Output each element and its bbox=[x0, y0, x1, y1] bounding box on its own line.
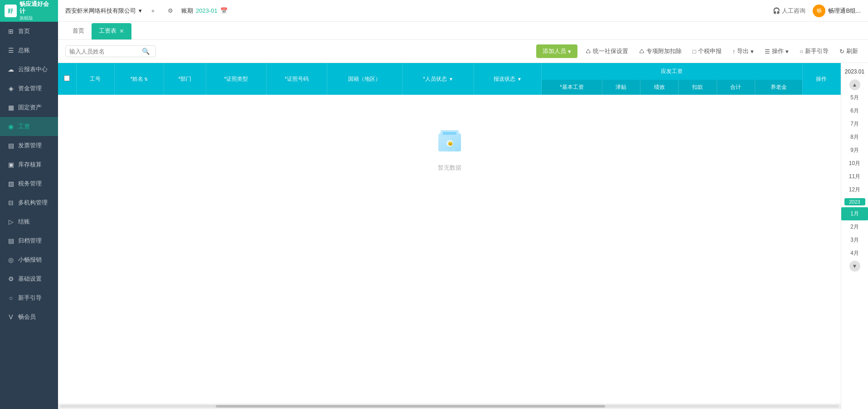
status-filter-icon[interactable]: ▼ bbox=[449, 77, 453, 82]
sidebar-item-guide[interactable]: ○ 新手引导 bbox=[0, 288, 58, 307]
export-label: 导出 bbox=[737, 47, 749, 55]
export-dropdown-icon: ▾ bbox=[751, 48, 754, 55]
sidebar-item-fund[interactable]: ◈ 资金管理 bbox=[0, 79, 58, 98]
personal-tax-action[interactable]: □ 个税申报 bbox=[690, 45, 724, 57]
month-8[interactable]: 8月 bbox=[841, 131, 868, 144]
guide-icon: ○ bbox=[7, 294, 15, 302]
empty-text: 暂无数据 bbox=[438, 164, 461, 172]
toolbar-right: 添加人员 ▾ ♺ 统一社保设置 ♺ 专项附加扣除 □ 个税申报 ↑ 导出 bbox=[536, 44, 861, 58]
period-label: 账期 bbox=[181, 7, 193, 15]
sidebar-label-fund: 资金管理 bbox=[18, 84, 42, 93]
sidebar-label-tax: 税务管理 bbox=[18, 180, 42, 188]
horizontal-scrollbar[interactable] bbox=[58, 404, 841, 409]
sub-header-performance: 绩效 bbox=[640, 80, 679, 95]
select-all-checkbox[interactable] bbox=[64, 75, 70, 81]
user-info: 畅 畅理通B组... bbox=[813, 5, 861, 17]
scrollbar-track bbox=[60, 405, 839, 408]
topbar-right: 🎧 人工咨询 畅 畅理通B组... bbox=[773, 5, 861, 17]
month-1[interactable]: 1月 bbox=[841, 207, 868, 220]
header-checkbox[interactable] bbox=[58, 63, 76, 95]
sidebar-label-settings: 基础设置 bbox=[18, 275, 42, 283]
calendar-icon[interactable]: 📅 bbox=[220, 7, 228, 14]
month-4[interactable]: 4月 bbox=[841, 247, 868, 260]
empty-illustration: 😐 bbox=[432, 122, 468, 158]
panel-prev-btn[interactable]: ▲ bbox=[849, 79, 860, 90]
sidebar-item-ledger[interactable]: ☰ 总账 bbox=[0, 41, 58, 60]
operations-action[interactable]: ☰ 操作 ▾ bbox=[762, 45, 791, 57]
export-action[interactable]: ↑ 导出 ▾ bbox=[730, 45, 757, 57]
month-11[interactable]: 11月 bbox=[841, 170, 868, 183]
refresh-action[interactable]: ↻ 刷新 bbox=[837, 45, 861, 57]
user-name: 畅理通B组... bbox=[828, 7, 861, 15]
guide-label: 新手引导 bbox=[805, 47, 829, 55]
sidebar-item-home[interactable]: ⊞ 首页 bbox=[0, 22, 58, 41]
guide-action[interactable]: ○ 新手引导 bbox=[797, 45, 831, 57]
personal-tax-icon: □ bbox=[693, 48, 696, 55]
sidebar-label-expense: 小畅报销 bbox=[18, 256, 42, 264]
social-insurance-label: 统一社保设置 bbox=[593, 47, 628, 55]
sidebar-item-tax[interactable]: ▧ 税务管理 bbox=[0, 174, 58, 193]
add-company-button[interactable]: ＋ bbox=[146, 5, 160, 17]
fund-icon: ◈ bbox=[7, 85, 15, 92]
headset-icon: 🎧 bbox=[773, 7, 780, 14]
operations-label: 操作 bbox=[772, 47, 784, 55]
user-service-button[interactable]: 🎧 人工咨询 bbox=[773, 7, 805, 15]
main-area: 西安虾米网络科技有限公司 ▾ ＋ ⚙ 账期 2023-01 📅 🎧 人工咨询 畅… bbox=[58, 0, 868, 409]
account-period: 账期 2023-01 📅 bbox=[181, 7, 228, 15]
add-person-button[interactable]: 添加人员 ▾ bbox=[536, 44, 577, 58]
special-deduction-action[interactable]: ♺ 专项附加扣除 bbox=[636, 45, 684, 57]
sidebar: 好 畅应通好会计 旗舰版 ⊞ 首页 ☰ 总账 ☁ 云报表中心 ◈ 资金管理 ▦ … bbox=[0, 0, 58, 409]
year-badge: 2023 bbox=[844, 198, 865, 205]
search-input[interactable] bbox=[69, 48, 142, 55]
sidebar-item-invoice[interactable]: ▤ 发票管理 bbox=[0, 136, 58, 155]
home-icon: ⊞ bbox=[7, 28, 15, 35]
app-title: 畅应通好会计 bbox=[19, 0, 53, 15]
header-status: *人员状态 ▼ bbox=[402, 63, 474, 95]
header-operations: 操作 bbox=[802, 63, 840, 95]
panel-next-btn[interactable]: ▼ bbox=[849, 261, 860, 272]
month-9[interactable]: 9月 bbox=[841, 144, 868, 157]
sidebar-item-cloud-report[interactable]: ☁ 云报表中心 bbox=[0, 60, 58, 79]
sidebar-item-fixed-assets[interactable]: ▦ 固定资产 bbox=[0, 98, 58, 117]
social-insurance-action[interactable]: ♺ 统一社保设置 bbox=[583, 45, 631, 57]
header-id-type: *证照类型 bbox=[206, 63, 267, 95]
right-panel-header: 2023.01 bbox=[843, 65, 866, 78]
sub-header-total: 合计 bbox=[717, 80, 755, 95]
sub-header-deduction: 扣款 bbox=[679, 80, 717, 95]
operations-dropdown-icon: ▾ bbox=[786, 48, 789, 55]
sidebar-item-expense[interactable]: ◎ 小畅报销 bbox=[0, 250, 58, 269]
name-sort-icon[interactable]: ⇅ bbox=[144, 77, 148, 82]
salary-table: 工号 *姓名 ⇅ *部门 *证照类型 *证照号码 bbox=[58, 63, 841, 95]
logo-icon: 好 bbox=[5, 5, 17, 17]
month-7[interactable]: 7月 bbox=[841, 117, 868, 131]
header-salary-group: 应发工资 bbox=[542, 63, 802, 80]
month-2[interactable]: 2月 bbox=[841, 220, 868, 234]
sidebar-item-multi-org[interactable]: ⊟ 多机构管理 bbox=[0, 193, 58, 212]
month-12[interactable]: 12月 bbox=[841, 183, 868, 196]
close-account-icon: ▷ bbox=[7, 218, 15, 225]
search-wrap: 🔍 bbox=[65, 45, 156, 57]
company-selector[interactable]: 西安虾米网络科技有限公司 ▾ bbox=[65, 7, 142, 15]
month-10[interactable]: 10月 bbox=[841, 157, 868, 170]
report-filter-icon[interactable]: ▼ bbox=[517, 77, 522, 82]
guide-icon: ○ bbox=[800, 48, 803, 55]
sidebar-label-close-account: 结账 bbox=[18, 218, 30, 226]
table-container[interactable]: 工号 *姓名 ⇅ *部门 *证照类型 *证照号码 bbox=[58, 63, 841, 404]
sidebar-item-inventory[interactable]: ▣ 库存核算 bbox=[0, 155, 58, 174]
header-employee-id: 工号 bbox=[76, 63, 114, 95]
tab-salary[interactable]: 工资表 ✕ bbox=[92, 23, 131, 39]
sidebar-item-archive[interactable]: ▤ 归档管理 bbox=[0, 231, 58, 250]
sidebar-label-guide: 新手引导 bbox=[18, 294, 42, 302]
sidebar-item-member[interactable]: V 畅会员 bbox=[0, 307, 58, 326]
sidebar-item-close-account[interactable]: ▷ 结账 bbox=[0, 212, 58, 231]
tab-home[interactable]: 首页 bbox=[65, 23, 92, 39]
sidebar-item-salary[interactable]: ◉ 工资 bbox=[0, 117, 58, 136]
settings-button[interactable]: ⚙ bbox=[164, 5, 177, 16]
content-area: 🔍 添加人员 ▾ ♺ 统一社保设置 ♺ 专项附加扣除 □ 个税申报 bbox=[58, 40, 868, 409]
tab-close-icon[interactable]: ✕ bbox=[119, 28, 124, 34]
month-5[interactable]: 5月 bbox=[841, 91, 868, 104]
refresh-icon: ↻ bbox=[839, 48, 844, 55]
month-3[interactable]: 3月 bbox=[841, 234, 868, 247]
sidebar-item-settings[interactable]: ⚙ 基础设置 bbox=[0, 269, 58, 288]
month-6[interactable]: 6月 bbox=[841, 104, 868, 117]
